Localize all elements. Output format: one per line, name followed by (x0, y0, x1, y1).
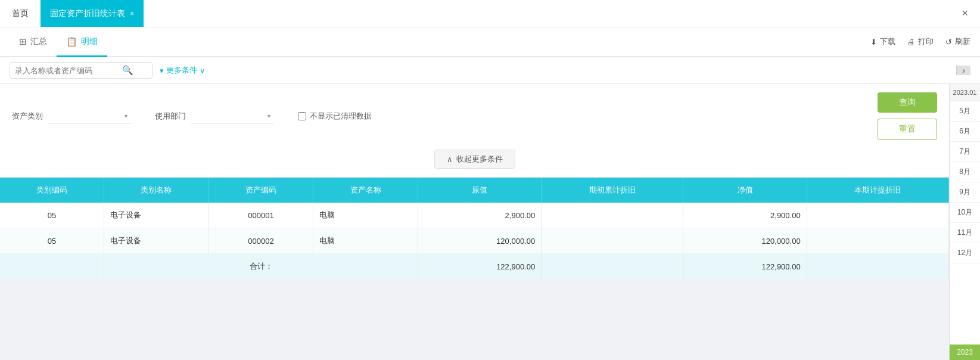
asset-category-select[interactable] (48, 109, 131, 123)
nav-tab-close[interactable]: × (130, 10, 134, 18)
cell-category-code: 05 (0, 203, 104, 228)
department-select[interactable] (191, 109, 274, 123)
col-header-accumulated-depreciation: 期初累计折旧 (542, 178, 683, 203)
search-input[interactable] (15, 66, 122, 75)
top-nav: 首页 固定资产折旧统计表 × × (0, 0, 980, 27)
department-label: 使用部门 (155, 111, 186, 122)
more-filters-button[interactable]: ▾ 更多条件 ∨ (160, 65, 206, 76)
hide-cleared-label: 不显示已清理数据 (310, 111, 372, 122)
cell-asset-name: 电脑 (313, 228, 418, 254)
sidebar-month-5[interactable]: 5月 (950, 101, 980, 122)
cell-asset-code: 000002 (209, 228, 313, 254)
col-header-category-code: 类别编码 (0, 178, 104, 203)
content-area: 资产类别 使用部门 (0, 84, 949, 360)
total-original-value: 122,900.00 (418, 254, 542, 280)
sidebar-month-12[interactable]: 12月 (950, 243, 980, 263)
reset-button[interactable]: 重置 (878, 119, 937, 140)
table-header: 类别编码 类别名称 资产编码 资产名称 原值 期初累计折旧 净值 本期计提折旧 (0, 178, 949, 203)
table-row: 05 电子设备 000001 电脑 2,900.00 2,900.00 (0, 203, 949, 228)
nav-tab-fixed-assets[interactable]: 固定资产折旧统计表 × (41, 0, 144, 27)
right-sidebar: 2023.01 5月 6月 7月 8月 9月 10月 11月 12月 2023 (949, 84, 980, 360)
collapse-filters-button[interactable]: ∧ 收起更多条件 (434, 150, 515, 169)
hide-cleared-checkbox[interactable] (298, 112, 306, 120)
print-label: 打印 (918, 36, 934, 47)
asset-category-select-wrap (48, 109, 131, 123)
year-badge[interactable]: 2023 (950, 345, 980, 360)
cell-accumulated-depreciation (542, 228, 683, 254)
cell-net-value: 120,000.00 (683, 228, 807, 254)
data-table: 类别编码 类别名称 资产编码 资产名称 原值 期初累计折旧 净值 本期计提折旧 … (0, 178, 949, 280)
asset-category-label: 资产类别 (12, 111, 43, 122)
filter-row: 资产类别 使用部门 (12, 92, 937, 140)
filter-icon: ▾ (160, 66, 164, 75)
total-icon-cell (0, 254, 104, 280)
toolbar-right: ⬇ 下载 🖨 打印 ↺ 刷新 (870, 27, 970, 56)
total-row: 合计： 122,900.00 122,900.00 (0, 254, 949, 280)
department-select-wrap (191, 109, 274, 123)
download-label: 下载 (880, 36, 895, 47)
cell-original-value: 2,900.00 (418, 203, 542, 228)
download-button[interactable]: ⬇ 下载 (870, 36, 895, 47)
tab-summary-label: 汇总 (30, 36, 47, 47)
cell-category-name: 电子设备 (104, 203, 209, 228)
filter-btn-label: 更多条件 (166, 65, 197, 76)
department-filter: 使用部门 (155, 109, 274, 123)
tab-detail-label: 明细 (81, 36, 98, 47)
table-container: 类别编码 类别名称 资产编码 资产名称 原值 期初累计折旧 净值 本期计提折旧 … (0, 178, 949, 360)
refresh-button[interactable]: ↺ 刷新 (945, 36, 970, 47)
cell-net-value: 2,900.00 (683, 203, 807, 228)
col-header-category-name: 类别名称 (104, 178, 209, 203)
total-accumulated-depreciation (542, 254, 683, 280)
main-layout: 资产类别 使用部门 (0, 84, 980, 360)
sidebar-date-header: 2023.01 (950, 84, 980, 101)
cell-current-depreciation (807, 203, 948, 228)
total-net-value: 122,900.00 (683, 254, 807, 280)
hide-cleared-filter: 不显示已清理数据 (298, 111, 372, 122)
sidebar-month-6[interactable]: 6月 (950, 122, 980, 142)
filter-arrow-icon: ∨ (200, 66, 206, 75)
col-header-asset-name: 资产名称 (313, 178, 418, 203)
sidebar-month-8[interactable]: 8月 (950, 162, 980, 182)
sidebar-month-10[interactable]: 10月 (950, 203, 980, 223)
tab-summary[interactable]: ⊞ 汇总 (10, 27, 57, 57)
cell-category-name: 电子设备 (104, 228, 209, 254)
table-body: 05 电子设备 000001 电脑 2,900.00 2,900.00 05 电… (0, 203, 949, 280)
window-close-button[interactable]: × (962, 7, 980, 20)
query-button[interactable]: 查询 (878, 92, 937, 113)
asset-category-filter: 资产类别 (12, 109, 131, 123)
print-button[interactable]: 🖨 打印 (907, 36, 934, 47)
cell-asset-code: 000001 (209, 203, 313, 228)
total-label: 合计： (104, 254, 418, 280)
detail-icon: 📋 (66, 36, 77, 47)
summary-icon: ⊞ (19, 36, 27, 47)
filter-panel: 资产类别 使用部门 (0, 84, 949, 178)
sidebar-month-9[interactable]: 9月 (950, 182, 980, 203)
col-header-net-value: 净值 (683, 178, 807, 203)
filter-actions: 查询 重置 (878, 92, 937, 140)
cell-category-code: 05 (0, 228, 104, 254)
nav-home[interactable]: 首页 (0, 0, 41, 27)
toolbar: ⊞ 汇总 📋 明细 ⬇ 下载 🖨 打印 ↺ 刷新 (0, 27, 980, 57)
col-header-original-value: 原值 (418, 178, 542, 203)
table-row: 05 电子设备 000002 电脑 120,000.00 120,000.00 (0, 228, 949, 254)
cell-asset-name: 电脑 (313, 203, 418, 228)
cell-current-depreciation (807, 228, 948, 254)
sidebar-month-11[interactable]: 11月 (950, 223, 980, 243)
search-bar: 🔍 ▾ 更多条件 ∨ › (0, 57, 980, 84)
tab-detail[interactable]: 📋 明细 (57, 27, 107, 57)
sidebar-month-7[interactable]: 7月 (950, 142, 980, 162)
collapse-label: 收起更多条件 (456, 154, 503, 165)
collapse-icon: ∧ (447, 155, 453, 164)
col-header-current-depreciation: 本期计提折旧 (807, 178, 948, 203)
refresh-label: 刷新 (955, 36, 970, 47)
nav-tab-label: 固定资产折旧统计表 (50, 8, 125, 19)
cell-original-value: 120,000.00 (418, 228, 542, 254)
refresh-icon: ↺ (945, 38, 952, 46)
print-icon: 🖨 (907, 38, 915, 46)
scroll-right-chevron[interactable]: › (956, 66, 970, 75)
search-input-wrap[interactable]: 🔍 (10, 62, 153, 79)
col-header-asset-code: 资产编码 (209, 178, 313, 203)
cell-accumulated-depreciation (542, 203, 683, 228)
search-icon[interactable]: 🔍 (122, 65, 133, 76)
total-current-depreciation (807, 254, 948, 280)
